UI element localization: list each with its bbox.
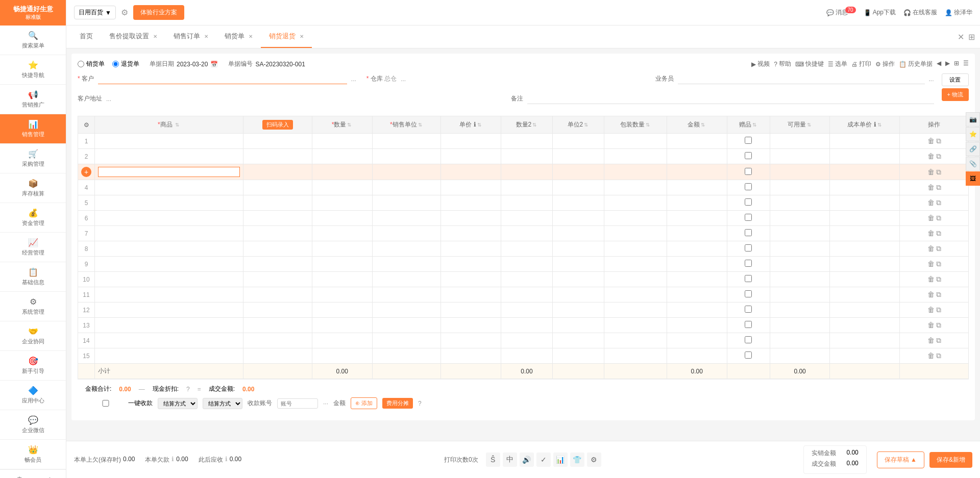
gift-checkbox-11[interactable] — [745, 290, 752, 297]
delete-row-btn-3[interactable]: 🗑 — [927, 168, 935, 176]
toolbar-icon-1[interactable]: Ŝ — [486, 452, 500, 467]
app-download-btn[interactable]: 📱 App下载 — [864, 8, 896, 17]
tab-close-2[interactable]: ✕ — [204, 34, 208, 39]
copy-row-btn-14[interactable]: ⧉ — [936, 336, 941, 345]
account-picker-icon[interactable]: ··· — [323, 400, 328, 407]
topbar-gear-icon[interactable]: ⚙ — [121, 8, 128, 17]
copy-row-btn-4[interactable]: ⧉ — [936, 183, 941, 192]
copy-row-btn-3[interactable]: ⧉ — [936, 168, 941, 177]
float-active-btn[interactable]: 🖼 — [966, 171, 980, 186]
sidebar-item-0[interactable]: 🔍搜索菜单 — [0, 26, 66, 55]
toolbar-icon-5[interactable]: 📊 — [553, 452, 568, 467]
salesperson-picker-btn[interactable]: ... — [929, 76, 934, 83]
save-draft-btn[interactable]: 保存草稿 ▲ — [877, 451, 924, 468]
video-btn[interactable]: ▶ 视频 — [751, 60, 770, 68]
delete-row-btn-1[interactable]: 🗑 — [927, 137, 935, 145]
float-star-btn[interactable]: ⭐ — [966, 127, 980, 141]
copy-row-btn-8[interactable]: ⧉ — [936, 244, 941, 253]
sidebar-item-14[interactable]: 👑畅会员 — [0, 440, 66, 469]
delete-row-btn-5[interactable]: 🗑 — [927, 198, 935, 207]
next-record-icon[interactable]: ▶ — [945, 60, 950, 68]
salesperson-input[interactable] — [678, 73, 925, 84]
product-input-3[interactable] — [98, 167, 240, 177]
copy-row-btn-13[interactable]: ⧉ — [936, 321, 941, 330]
fee-help-icon[interactable]: ? — [418, 400, 422, 407]
customer-input[interactable] — [98, 73, 347, 84]
copy-row-btn-11[interactable]: ⧉ — [936, 290, 941, 299]
sidebar-item-11[interactable]: 🎯新手引导 — [0, 351, 66, 381]
close-tab-icon[interactable]: ✕ — [958, 32, 964, 42]
history-btn[interactable]: 📋 历史单据 — [899, 60, 933, 68]
tab-0[interactable]: 首页 — [71, 26, 101, 48]
list-view-icon[interactable]: ☰ — [963, 60, 969, 68]
delete-row-btn-13[interactable]: 🗑 — [927, 321, 935, 329]
sidebar-item-10[interactable]: 🤝企业协同 — [0, 321, 66, 351]
prev-record-icon[interactable]: ◀ — [937, 60, 941, 68]
fee-split-btn[interactable]: 费用分摊 — [382, 398, 413, 409]
settings-btn[interactable]: 设置 — [942, 73, 969, 86]
collapse-icon[interactable]: ◀ — [44, 475, 50, 478]
add-row-btn[interactable]: + — [81, 167, 91, 177]
settlement-select[interactable]: 结算方式 — [158, 398, 198, 409]
sidebar-item-9[interactable]: ⚙系统管理 — [0, 292, 66, 321]
save-new-btn[interactable]: 保存&新增 — [929, 452, 972, 468]
scan-btn[interactable]: 扫码录入 — [262, 120, 293, 130]
gift-checkbox-14[interactable] — [745, 336, 752, 343]
gift-checkbox-7[interactable] — [745, 229, 752, 236]
copy-row-btn-5[interactable]: ⧉ — [936, 198, 941, 207]
tab-close-1[interactable]: ✕ — [153, 34, 157, 39]
copy-row-btn-7[interactable]: ⧉ — [936, 229, 941, 238]
sidebar-item-1[interactable]: ⭐快捷导航 — [0, 55, 66, 85]
grid-view-icon[interactable]: ⊞ — [954, 60, 959, 68]
calendar-icon[interactable]: 📅 — [210, 61, 218, 68]
user-profile-btn[interactable]: 👤 徐泽华 — [945, 8, 972, 17]
copy-row-btn-9[interactable]: ⧉ — [936, 260, 941, 268]
sidebar-item-5[interactable]: 📦库存核算 — [0, 173, 66, 203]
delete-row-btn-14[interactable]: 🗑 — [927, 336, 935, 344]
gift-checkbox-2[interactable] — [745, 152, 752, 159]
delete-row-btn-11[interactable]: 🗑 — [927, 290, 935, 298]
gift-checkbox-3[interactable] — [745, 168, 752, 175]
toolbar-icon-2[interactable]: 中 — [503, 452, 517, 467]
delete-row-btn-9[interactable]: 🗑 — [927, 260, 935, 268]
delete-row-btn-10[interactable]: 🗑 — [927, 275, 935, 283]
calc-select[interactable]: 结算方式 — [203, 398, 242, 409]
delete-row-btn-6[interactable]: 🗑 — [927, 214, 935, 222]
toolbar-icon-6[interactable]: 👕 — [570, 452, 584, 467]
float-clip-btn[interactable]: 📎 — [966, 157, 980, 171]
sidebar-item-4[interactable]: 🛒采购管理 — [0, 144, 66, 173]
account-input[interactable] — [277, 398, 318, 409]
tab-1[interactable]: 售价提取设置 ✕ — [101, 26, 165, 48]
copy-row-btn-2[interactable]: ⧉ — [936, 152, 941, 161]
logistics-btn[interactable]: + 物流 — [942, 88, 969, 101]
select-order-btn[interactable]: ☰ 选单 — [828, 60, 847, 68]
copy-row-btn-6[interactable]: ⧉ — [936, 214, 941, 222]
gift-checkbox-15[interactable] — [745, 351, 752, 359]
toolbar-icon-4[interactable]: ✓ — [536, 452, 551, 467]
tab-close-3[interactable]: ✕ — [249, 34, 253, 39]
delete-row-btn-15[interactable]: 🗑 — [927, 351, 935, 360]
settings-bottom-icon[interactable]: ⚙ — [16, 475, 23, 478]
daily-goods-select[interactable]: 日用百货 ▼ — [74, 6, 116, 19]
float-camera-btn[interactable]: 📷 — [966, 112, 980, 127]
tab-3[interactable]: 销货单 ✕ — [216, 26, 261, 48]
delete-row-btn-7[interactable]: 🗑 — [927, 229, 935, 237]
one-click-payment-checkbox[interactable] — [85, 400, 126, 407]
gift-checkbox-4[interactable] — [745, 183, 752, 190]
gift-checkbox-1[interactable] — [745, 137, 752, 144]
address-picker-btn[interactable]: ... — [106, 95, 111, 103]
sidebar-item-13[interactable]: 💬企业微信 — [0, 410, 66, 440]
help-btn[interactable]: ? 帮助 — [774, 60, 791, 68]
gift-checkbox-13[interactable] — [745, 321, 752, 328]
add-btn[interactable]: ⊕ 添加 — [351, 397, 377, 409]
tab-4[interactable]: 销货退货 ✕ — [261, 26, 312, 48]
gift-checkbox-10[interactable] — [745, 275, 752, 282]
copy-row-btn-15[interactable]: ⧉ — [936, 351, 941, 360]
sidebar-item-7[interactable]: 📈经营管理 — [0, 233, 66, 262]
gift-checkbox-5[interactable] — [745, 198, 752, 206]
shortcut-btn[interactable]: ⌨ 快捷键 — [795, 60, 824, 68]
message-btn[interactable]: 💬 消息 70 — [826, 8, 856, 17]
print-btn[interactable]: 🖨 打印 — [851, 60, 871, 68]
remark-input[interactable] — [527, 93, 934, 104]
col-settings[interactable]: ⚙ — [78, 116, 95, 134]
